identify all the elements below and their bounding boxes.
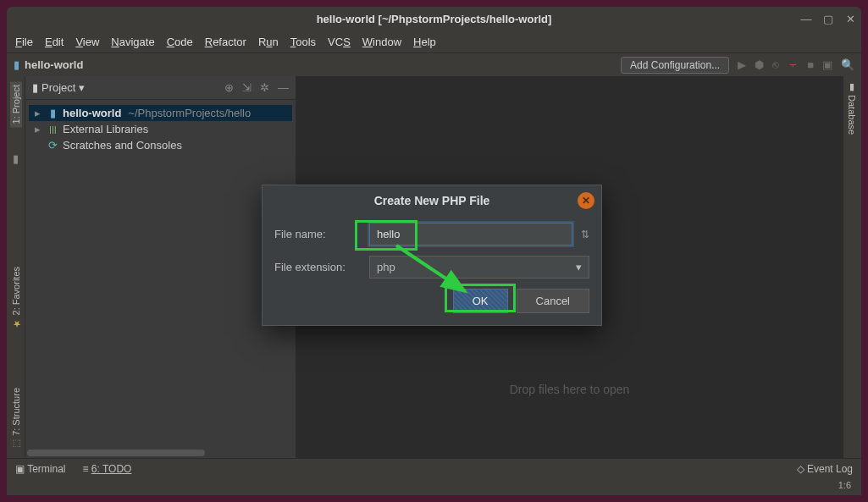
bookmark-icon[interactable]: ▮ — [13, 152, 19, 165]
tree-scratches[interactable]: ⟳ Scratches and Consoles — [29, 137, 292, 153]
menu-help[interactable]: Help — [413, 36, 436, 48]
menu-edit[interactable]: Edit — [45, 36, 64, 48]
menu-vcs[interactable]: VCS — [328, 36, 351, 48]
target-icon[interactable]: ⊕ — [224, 81, 234, 94]
status-terminal[interactable]: ▣ Terminal — [15, 463, 65, 475]
tree-root[interactable]: ▸▮ hello-world ~/PhpstormProjects/hello — [29, 105, 292, 121]
file-name-label: File name: — [274, 228, 369, 240]
profile-icon[interactable]: ⫟ — [788, 58, 799, 71]
menu-navigate[interactable]: Navigate — [111, 36, 154, 48]
history-icon[interactable]: ⇅ — [581, 229, 589, 240]
status-todo[interactable]: ≡ 6: TODO — [82, 463, 131, 475]
project-panel-title[interactable]: ▮ Project ▾ — [32, 81, 85, 94]
panel-scrollbar[interactable] — [25, 448, 296, 458]
sidebar-tab-project[interactable]: 1: Project — [10, 81, 22, 127]
window-title: hello-world [~/PhpstormProjects/hello-wo… — [317, 13, 552, 25]
tree-external-libraries[interactable]: ▸⫼ External Libraries — [29, 121, 292, 137]
stop-icon[interactable]: ■ — [807, 58, 814, 71]
menu-window[interactable]: Window — [362, 36, 401, 48]
hide-icon[interactable]: — — [278, 81, 289, 94]
layout-icon[interactable]: ▣ — [822, 58, 832, 71]
drop-hint: Drop files here to open — [510, 383, 630, 396]
menu-view[interactable]: View — [75, 36, 99, 48]
statusbar: ▣ Terminal ≡ 6: TODO ◇ Event Log — [7, 458, 861, 478]
minimize-icon[interactable]: — — [800, 13, 812, 25]
file-extension-select[interactable]: php ▾ — [369, 256, 589, 279]
right-gutter: ▮ Database — [843, 76, 861, 458]
settings-icon[interactable]: ✲ — [260, 81, 269, 94]
navbar: ▮ hello-world Add Configuration... ▶ ⬢ ⎋… — [7, 52, 861, 76]
file-name-input[interactable] — [369, 223, 572, 245]
folder-icon: ▮ — [14, 58, 19, 71]
cancel-button[interactable]: Cancel — [517, 289, 589, 313]
sidebar-tab-favorites[interactable]: ★ 2: Favorites — [10, 267, 21, 329]
close-window-icon[interactable]: ✕ — [844, 13, 856, 25]
debug-icon[interactable]: ⬢ — [755, 58, 764, 71]
search-everywhere-icon[interactable]: 🔍 — [841, 58, 854, 71]
left-gutter: 1: Project ▮ ★ 2: Favorites ⬚ 7: Structu… — [7, 76, 25, 458]
status-event-log[interactable]: ◇ Event Log — [797, 463, 853, 475]
chevron-down-icon: ▾ — [576, 261, 582, 273]
menu-file[interactable]: File — [15, 36, 33, 48]
breadcrumb[interactable]: hello-world — [25, 58, 83, 71]
titlebar: hello-world [~/PhpstormProjects/hello-wo… — [7, 7, 861, 30]
menu-code[interactable]: Code — [167, 36, 193, 48]
run-icon[interactable]: ▶ — [738, 58, 746, 71]
project-panel: ▮ Project ▾ ⊕ ⇲ ✲ — ▸▮ hello-world ~/Php… — [25, 76, 296, 458]
dialog-close-icon[interactable]: ✕ — [578, 192, 594, 209]
caret-position: 1:6 — [7, 478, 861, 495]
dialog-title: Create New PHP File — [374, 194, 490, 207]
file-extension-label: File extension: — [274, 261, 369, 273]
create-php-file-dialog: Create New PHP File ✕ File name: ⇅ File … — [262, 185, 602, 326]
menu-refactor[interactable]: Refactor — [205, 36, 246, 48]
sidebar-tab-database[interactable]: ▮ Database — [847, 81, 858, 135]
ok-button[interactable]: OK — [453, 289, 508, 313]
maximize-icon[interactable]: ▢ — [822, 13, 834, 25]
coverage-icon[interactable]: ⎋ — [772, 58, 779, 71]
add-configuration-button[interactable]: Add Configuration... — [621, 57, 729, 74]
sidebar-tab-structure[interactable]: ⬚ 7: Structure — [10, 388, 21, 450]
menu-tools[interactable]: Tools — [290, 36, 316, 48]
collapse-icon[interactable]: ⇲ — [242, 81, 252, 94]
menubar: File Edit View Navigate Code Refactor Ru… — [7, 30, 861, 52]
menu-run[interactable]: Run — [258, 36, 279, 48]
project-tree: ▸▮ hello-world ~/PhpstormProjects/hello … — [25, 100, 296, 158]
